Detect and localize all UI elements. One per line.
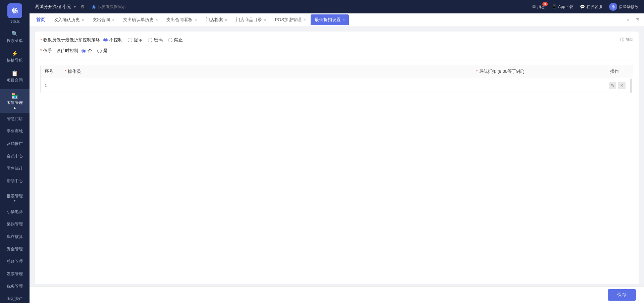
- content-area: 收银员低于最低折扣控制策略 不控制 提示 密码: [30, 26, 644, 303]
- radio-forbid[interactable]: 禁止: [168, 37, 183, 43]
- discount-table: 序号 操作员 最低折扣 (9.00等于9折) 操作 1 ✎ ✕: [40, 65, 633, 93]
- app-download-icon: 📱: [552, 4, 557, 9]
- radio-forbid-input[interactable]: [168, 38, 172, 42]
- sidebar-item-help-center[interactable]: 帮助中心: [0, 175, 30, 187]
- save-button[interactable]: 保存: [608, 289, 636, 301]
- sidebar-item-label: 小畅电商: [7, 209, 23, 215]
- sidebar-item-marketing[interactable]: 营销推广: [0, 138, 30, 150]
- radio-yes-input[interactable]: [97, 49, 102, 53]
- tab-store-goods[interactable]: 门店商品目录 ×: [232, 14, 270, 25]
- sidebar-item-label: 税务管理: [7, 284, 23, 289]
- tab-label: 最低折扣设置: [315, 17, 341, 23]
- quick-nav-icon: ⚡: [11, 50, 18, 57]
- radio-hint[interactable]: 提示: [128, 37, 143, 43]
- user-menu-button[interactable]: 徐 徐泽华修改: [609, 3, 639, 11]
- tab-close-icon[interactable]: ×: [264, 18, 266, 22]
- project-selector[interactable]: 测试分开流程-小兄 ▼: [35, 4, 76, 10]
- sidebar-item-invoice-mgmt[interactable]: 发票管理: [0, 268, 30, 280]
- sidebar-item-label: 营销推广: [7, 141, 23, 147]
- sidebar-item-quick-nav[interactable]: ⚡ 快捷导航: [0, 47, 30, 67]
- tab-label: 收入确认历史: [54, 17, 80, 23]
- sidebar: 畅 专业版 🔍 搜索菜单 ⚡ 快捷导航 📋 项目合同 🏪 零售管理 ▲ 智慧门店…: [0, 0, 30, 303]
- sidebar-item-member-center[interactable]: 会员中心: [0, 150, 30, 162]
- tab-close-icon[interactable]: ×: [225, 18, 227, 22]
- sidebar-item-smart-store[interactable]: 智慧门店: [0, 113, 30, 125]
- radio-yes-label: 是: [103, 48, 108, 54]
- radio-yes[interactable]: 是: [97, 48, 108, 54]
- sidebar-item-ledger-mgmt[interactable]: 总账管理: [0, 255, 30, 268]
- tab-home[interactable]: 首页: [32, 14, 49, 25]
- tab-close-icon[interactable]: ×: [343, 18, 345, 22]
- tab-store-archive[interactable]: 门店档案 ×: [202, 14, 231, 25]
- form-row-manual-control: 仅手工改价时控制 否 是: [40, 48, 633, 54]
- tab-payment[interactable]: 支出合同 ×: [89, 14, 118, 25]
- sidebar-item-finance-mgmt[interactable]: 资金管理: [0, 243, 30, 255]
- sidebar-item-project-contract[interactable]: 📋 项目合同: [0, 67, 30, 87]
- radio-forbid-label: 禁止: [174, 37, 183, 43]
- col-operator: 操作员: [61, 65, 472, 78]
- tab-label: 门店档案: [206, 17, 223, 23]
- sidebar-item-tax-mgmt[interactable]: 税务管理: [0, 280, 30, 293]
- sidebar-item-ecommerce[interactable]: 小畅电商: [0, 206, 30, 218]
- sidebar-item-retail-mall[interactable]: 零售商城: [0, 125, 30, 138]
- radio-no-control-label: 不控制: [109, 37, 122, 43]
- tab-payment-confirm[interactable]: 支出确认单历史 ×: [119, 14, 162, 25]
- online-service-button[interactable]: 💬 在线客服: [580, 4, 602, 10]
- message-icon: ✉: [532, 4, 536, 9]
- sidebar-item-search[interactable]: 🔍 搜索菜单: [0, 27, 30, 47]
- table-header: 序号 操作员 最低折扣 (9.00等于9折) 操作: [41, 65, 633, 78]
- sidebar-item-label: 发票管理: [7, 271, 23, 277]
- tab-close-icon[interactable]: ×: [156, 18, 158, 22]
- tab-label: 支出合同: [93, 17, 110, 23]
- manual-control-label: 仅手工改价时控制: [40, 48, 78, 54]
- sidebar-item-retail-stats[interactable]: 零售统计: [0, 162, 30, 175]
- radio-password-input[interactable]: [148, 38, 152, 42]
- form-row-control-policy: 收银员低于最低折扣控制策略 不控制 提示 密码: [40, 37, 633, 43]
- retail-icon: 🏪: [11, 93, 18, 99]
- page-card: 收银员低于最低折扣控制策略 不控制 提示 密码: [35, 32, 639, 284]
- radio-password[interactable]: 密码: [148, 37, 163, 43]
- close-tab-button[interactable]: ×: [624, 16, 632, 24]
- app-download-label: App下载: [558, 4, 573, 10]
- sidebar-item-purchase-mgmt[interactable]: 采购管理: [0, 218, 30, 231]
- chevron-up-icon: ▲: [13, 106, 16, 109]
- sidebar-item-label: 零售管理: [7, 100, 23, 106]
- user-name: 徐泽华修改: [619, 4, 639, 10]
- demo-link[interactable]: ◉ 我要看实例演示: [92, 4, 126, 10]
- tab-payment-board[interactable]: 支出合同看板 ×: [162, 14, 201, 25]
- topbar-settings-button[interactable]: ⚙: [80, 4, 85, 9]
- tab-min-discount[interactable]: 最低折扣设置 ×: [311, 14, 349, 25]
- radio-hint-input[interactable]: [128, 38, 132, 42]
- edit-row-button[interactable]: ✎: [609, 82, 616, 89]
- tab-pos-password[interactable]: POS加密管理 ×: [271, 14, 310, 25]
- sidebar-item-fixed-assets[interactable]: 固定资产: [0, 293, 30, 303]
- page-footer: 保存: [30, 286, 644, 303]
- sidebar-item-retail-mgmt[interactable]: 🏪 零售管理 ▲: [0, 89, 30, 113]
- messages-button[interactable]: ✉ 消息 8: [532, 4, 545, 10]
- tab-label: 支出合同看板: [166, 17, 193, 23]
- sidebar-item-wholesale-mgmt[interactable]: 批发管理 ▼: [0, 190, 30, 206]
- sidebar-logo: 畅 专业版: [0, 0, 30, 27]
- radio-no-input[interactable]: [82, 49, 86, 53]
- help-label: 帮助: [625, 37, 633, 43]
- sidebar-item-inventory-calc[interactable]: 库存核算: [0, 231, 30, 243]
- app-download-button[interactable]: 📱 App下载: [552, 4, 573, 10]
- tab-income[interactable]: 收入确认历史 ×: [50, 14, 88, 25]
- tab-close-icon[interactable]: ×: [304, 18, 306, 22]
- online-service-label: 在线客服: [586, 4, 602, 10]
- tab-close-icon[interactable]: ×: [82, 18, 84, 22]
- delete-row-button[interactable]: ✕: [618, 82, 626, 89]
- help-button[interactable]: ⓘ 帮助: [620, 37, 633, 43]
- topbar-right: ✉ 消息 8 📱 App下载 💬 在线客服 徐 徐泽华修改: [532, 3, 639, 11]
- tab-label: POS加密管理: [275, 17, 302, 23]
- radio-no[interactable]: 否: [82, 48, 92, 54]
- tab-close-icon[interactable]: ×: [195, 18, 197, 22]
- table-scrollbar[interactable]: [630, 79, 632, 93]
- sidebar-item-label: 总账管理: [7, 259, 23, 264]
- maximize-tab-button[interactable]: ⊡: [633, 16, 641, 24]
- sidebar-item-label: 采购管理: [7, 221, 23, 227]
- radio-no-control-input[interactable]: [103, 38, 108, 42]
- tab-close-icon[interactable]: ×: [112, 18, 114, 22]
- topbar: 测试分开流程-小兄 ▼ ⚙ ◉ 我要看实例演示 ✉ 消息 8 📱 App下载 💬…: [30, 0, 644, 13]
- radio-no-control[interactable]: 不控制: [103, 37, 122, 43]
